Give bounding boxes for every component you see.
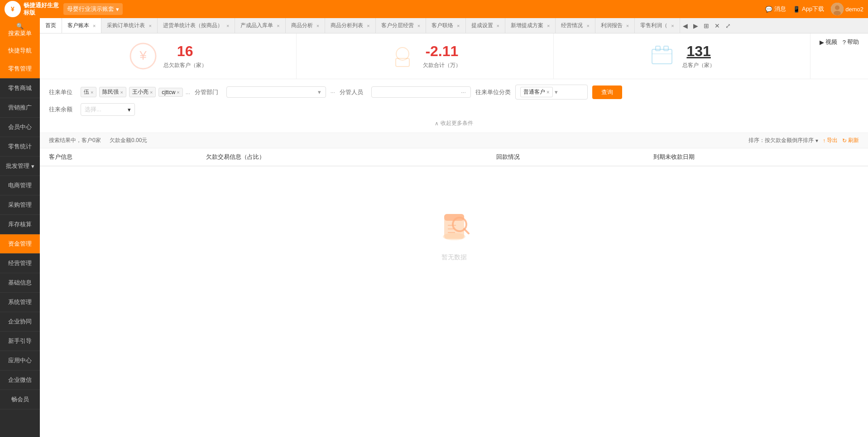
sidebar-item-retail-label: 零售管理 — [8, 65, 32, 72]
sidebar-item-retail-stats[interactable]: 零售统计 — [0, 137, 40, 157]
tab-product-analysis-list-close[interactable]: × — [367, 23, 369, 28]
tab-customer-contact[interactable]: 客户联络 × — [426, 18, 465, 33]
query-button[interactable]: 查询 — [592, 86, 622, 99]
app-download-btn[interactable]: 📱 App下载 — [793, 5, 824, 13]
sidebar-item-ecommerce[interactable]: 电商管理 — [0, 176, 40, 195]
filter-tag-wang-close[interactable]: × — [150, 90, 153, 95]
account-select[interactable]: 母婴行业演示账套 ▾ — [63, 3, 123, 15]
export-btn[interactable]: ↑ 导出 — [823, 137, 838, 144]
video-link[interactable]: ▶ 视频 — [820, 38, 837, 46]
tab-close-all[interactable]: ✕ — [712, 18, 723, 33]
tab-product-analysis-label: 商品分析 — [291, 22, 313, 29]
collapse-label: 收起更多条件 — [441, 119, 473, 127]
tab-customer-accounts[interactable]: 客户账本 × — [62, 18, 101, 33]
sidebar-item-basic-info[interactable]: 基础信息 — [0, 273, 40, 293]
filter-tag-chen-close[interactable]: × — [120, 90, 123, 95]
message-btn[interactable]: 💬 消息 — [765, 5, 786, 13]
sidebar-item-retail-shop[interactable]: 零售商城 — [0, 79, 40, 98]
sort-select[interactable]: 排序：按欠款金额倒序排序 ▾ — [748, 137, 818, 144]
unit-category-dropdown[interactable]: 普通客户 × ▾ — [515, 85, 588, 100]
dept-more-btn[interactable]: ··· — [331, 89, 335, 95]
tab-inbound-stats[interactable]: 进货单统计表（按商品） × — [158, 18, 235, 33]
filter-tag-wu-close[interactable]: × — [91, 90, 93, 95]
sidebar-item-purchase[interactable]: 采购管理 — [0, 195, 40, 215]
help-links: ▶ 视频 ? 帮助 — [810, 33, 868, 51]
tab-promotion-settings-close[interactable]: × — [497, 23, 499, 28]
tab-inbound-stats-close[interactable]: × — [226, 23, 229, 28]
customer-category-tag-close[interactable]: × — [547, 89, 550, 95]
tab-new-promotion-close[interactable]: × — [547, 23, 550, 28]
help-link[interactable]: ? 帮助 — [843, 38, 859, 46]
user-menu[interactable]: demo2 — [831, 3, 863, 15]
svg-point-2 — [834, 11, 841, 15]
remain-select[interactable]: 选择... ▾ — [81, 103, 135, 116]
col-overdue-info: 欠款交易信息（占比） — [197, 148, 487, 166]
collapse-btn[interactable]: ∧ 收起更多条件 — [49, 119, 859, 127]
tab-business-situation[interactable]: 经营情况 × — [556, 18, 595, 33]
tab-retail-profit-close[interactable]: × — [671, 23, 674, 28]
tab-retail-profit[interactable]: 零售利润（ × — [635, 18, 680, 33]
export-label: 导出 — [827, 137, 838, 144]
export-icon: ↑ — [823, 138, 825, 144]
tab-customer-segment[interactable]: 客户分层经营 × — [376, 18, 426, 33]
svg-line-15 — [464, 229, 469, 233]
tab-customer-segment-close[interactable]: × — [417, 23, 420, 28]
tab-cost-inbound-close[interactable]: × — [277, 23, 279, 28]
sidebar-item-finance-label: 资金管理 — [8, 240, 32, 247]
results-left: 搜索结果中，客户0家 欠款金额0.00元 — [49, 137, 147, 144]
sidebar-search-label: 搜索菜单 — [5, 29, 35, 38]
sidebar-item-operations[interactable]: 经营管理 — [0, 254, 40, 273]
tab-profit-report[interactable]: 利润报告 × — [595, 18, 635, 33]
sidebar-item-retail[interactable]: 零售管理 — [0, 59, 40, 79]
tab-maximize[interactable]: ⤢ — [723, 18, 734, 33]
sidebar-item-system[interactable]: 系统管理 — [0, 293, 40, 312]
dept-dropdown[interactable]: ▾ — [226, 86, 326, 98]
tab-business-situation-label: 经营情况 — [561, 22, 583, 29]
tab-home[interactable]: 首页 — [40, 18, 62, 33]
svg-point-1 — [835, 5, 839, 10]
tab-product-analysis-close[interactable]: × — [317, 23, 319, 28]
sidebar-quick-nav[interactable]: 快捷导航 — [0, 42, 40, 59]
tab-customer-accounts-close[interactable]: × — [93, 23, 96, 28]
content-area: 首页 客户账本 × 采购订单统计表 × 进货单统计表（按商品） × 产成品入库单… — [40, 18, 868, 437]
tab-product-analysis-list[interactable]: 商品分析列表 × — [325, 18, 375, 33]
sidebar-search[interactable]: 🔍 搜索菜单 — [0, 18, 40, 42]
svg-text:¥: ¥ — [139, 48, 147, 62]
sidebar-item-wholesale[interactable]: 批发管理 ▾ — [0, 157, 40, 176]
person-dropdown[interactable]: ··· — [371, 86, 471, 98]
sidebar-item-enterprise-coop[interactable]: 企业协同 — [0, 312, 40, 332]
sidebar-item-vip-member[interactable]: 畅会员 — [0, 390, 40, 409]
tab-purchase-order-stats-close[interactable]: × — [149, 23, 151, 28]
stat-total-customers-info: 16 总欠款客户（家） — [163, 43, 207, 69]
tab-product-analysis[interactable]: 商品分析 × — [286, 18, 325, 33]
sidebar-item-new-guide[interactable]: 新手引导 — [0, 332, 40, 351]
tab-business-situation-close[interactable]: × — [586, 23, 589, 28]
tab-new-promotion-label: 新增提成方案 — [511, 22, 543, 29]
refresh-icon: ↻ — [842, 138, 847, 144]
sidebar-item-member[interactable]: 会员中心 — [0, 118, 40, 137]
tab-cost-inbound-label: 产成品入库单 — [240, 22, 273, 29]
tab-cost-inbound[interactable]: 产成品入库单 × — [235, 18, 285, 33]
tab-nav-prev[interactable]: ◀ — [680, 18, 691, 33]
sidebar-item-inventory[interactable]: 库存核算 — [0, 215, 40, 234]
sidebar-item-finance[interactable]: 资金管理 — [0, 234, 40, 254]
tab-customer-segment-label: 客户分层经营 — [381, 22, 414, 29]
tab-promotion-settings[interactable]: 提成设置 × — [466, 18, 505, 33]
filter-more-btn[interactable]: ... — [186, 89, 190, 95]
sidebar-item-marketing[interactable]: 营销推广 — [0, 98, 40, 118]
avatar — [831, 3, 844, 15]
sidebar-item-app-center[interactable]: 应用中心 — [0, 351, 40, 370]
tab-customer-contact-close[interactable]: × — [457, 23, 460, 28]
tab-nav-next[interactable]: ▶ — [691, 18, 701, 33]
tab-home-label: 首页 — [45, 22, 56, 29]
tab-profit-report-close[interactable]: × — [626, 23, 629, 28]
tab-nav-menu[interactable]: ⊞ — [701, 18, 712, 33]
refresh-btn[interactable]: ↻ 刷新 — [842, 137, 859, 144]
sidebar-item-enterprise-wechat[interactable]: 企业微信 — [0, 370, 40, 390]
app-icon: 📱 — [793, 6, 800, 13]
data-table: 客户信息 欠款交易信息（占比） 回款情况 到期未收款日期 — [40, 148, 868, 298]
tab-inbound-stats-label: 进货单统计表（按商品） — [163, 22, 223, 29]
tab-purchase-order-stats[interactable]: 采购订单统计表 × — [101, 18, 157, 33]
filter-tag-cjttcw-close[interactable]: × — [177, 90, 179, 95]
tab-new-promotion[interactable]: 新增提成方案 × — [505, 18, 556, 33]
